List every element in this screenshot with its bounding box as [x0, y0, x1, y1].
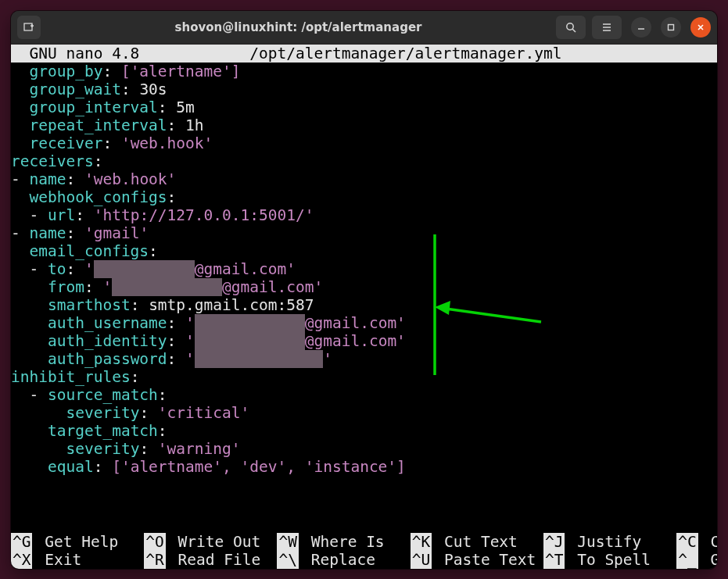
shortcut-key: ^W: [277, 533, 298, 551]
search-icon: [565, 21, 577, 34]
shortcut-label: Exit: [35, 551, 81, 569]
shortcut-label: Justify: [568, 533, 641, 551]
menu-button[interactable]: [592, 16, 622, 39]
shortcut-paste-text: ^U Paste Text: [411, 551, 543, 569]
shortcut-key: ^K: [411, 533, 432, 551]
shortcut-get-help: ^G Get Help: [11, 533, 144, 551]
shortcut-cut-text: ^K Cut Text: [411, 533, 543, 551]
terminal-window: shovon@linuxhint: /opt/alertmanager: [11, 11, 717, 569]
shortcut-key: ^R: [144, 551, 165, 569]
shortcut-cur-pos: ^C Cur Pos: [676, 533, 717, 551]
shortcut-key: ^\: [277, 551, 298, 569]
minimize-icon: [637, 23, 646, 32]
shortcut-key: ^T: [543, 551, 565, 569]
shortcut-key: ^G: [11, 533, 32, 551]
maximize-icon: [666, 23, 676, 32]
shortcut-exit: ^X Exit: [11, 551, 144, 569]
shortcut-label: To Spell: [568, 551, 651, 569]
shortcut-read-file: ^R Read File: [144, 551, 277, 569]
shortcut-write-out: ^O Write Out: [144, 533, 277, 551]
shortcut-key: ^U: [411, 551, 432, 569]
shortcut-label: Where Is: [302, 533, 385, 551]
close-button[interactable]: [690, 17, 711, 38]
terminal-body[interactable]: GNU nano 4.8 /opt/alertmanager/alertmana…: [11, 45, 717, 569]
window-title: shovon@linuxhint: /opt/alertmanager: [41, 20, 556, 34]
shortcut-justify: ^J Justify: [543, 533, 676, 551]
new-tab-button[interactable]: [17, 16, 41, 39]
shortcut-key: ^_: [676, 551, 698, 569]
redacted-value: [195, 332, 305, 350]
shortcut-key: ^X: [11, 551, 32, 569]
shortcut-label: Paste Text: [435, 551, 536, 569]
svg-rect-0: [24, 23, 32, 30]
shortcut-label: Go To Line: [701, 551, 717, 569]
maximize-button[interactable]: [661, 17, 681, 38]
redacted-value: [94, 260, 195, 278]
shortcut-label: Replace: [302, 551, 375, 569]
new-tab-icon: [23, 21, 35, 34]
shortcut-key: ^C: [676, 533, 698, 551]
nano-header: GNU nano 4.8 /opt/alertmanager/alertmana…: [11, 45, 717, 63]
shortcut-where-is: ^W Where Is: [277, 533, 410, 551]
titlebar: shovon@linuxhint: /opt/alertmanager: [11, 11, 717, 45]
svg-line-2: [572, 29, 576, 32]
nano-shortcuts: ^G Get Help^O Write Out^W Where Is^K Cut…: [11, 533, 717, 569]
shortcut-label: Cut Text: [435, 533, 518, 551]
shortcut-key: ^O: [144, 533, 165, 551]
shortcut-key: ^J: [543, 533, 565, 551]
shortcut-label: Get Help: [35, 533, 118, 551]
redacted-value: [195, 314, 305, 332]
shortcut-label: Cur Pos: [701, 533, 717, 551]
redacted-value: [195, 350, 323, 368]
shortcut-replace: ^\ Replace: [277, 551, 410, 569]
close-icon: [696, 23, 705, 32]
shortcut-go-to-line: ^_ Go To Line: [676, 551, 717, 569]
svg-point-1: [567, 23, 573, 30]
search-button[interactable]: [556, 16, 586, 39]
redacted-value: [112, 278, 222, 296]
svg-rect-7: [669, 25, 674, 30]
shortcut-label: Read File: [169, 551, 260, 569]
hamburger-icon: [601, 21, 613, 34]
shortcut-label: Write Out: [169, 533, 260, 551]
editor-content[interactable]: GNU nano 4.8 /opt/alertmanager/alertmana…: [11, 45, 717, 476]
shortcut-to-spell: ^T To Spell: [543, 551, 676, 569]
minimize-button[interactable]: [631, 17, 651, 38]
